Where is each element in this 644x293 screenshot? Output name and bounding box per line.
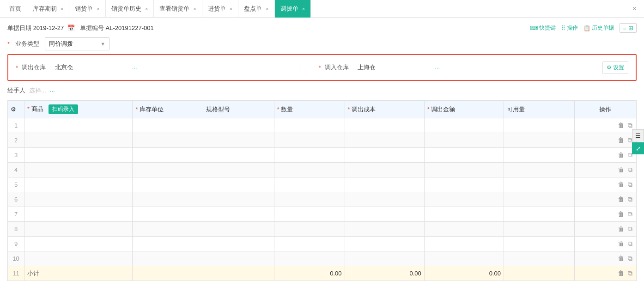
cell-cost[interactable] (345, 222, 424, 237)
tab-inventory-open-close[interactable]: × (61, 6, 63, 12)
cell-cost[interactable] (345, 177, 424, 192)
cell-amount[interactable] (424, 251, 504, 266)
cell-product[interactable] (24, 192, 133, 207)
cell-available[interactable] (504, 222, 574, 237)
cell-unit[interactable] (133, 222, 203, 237)
cell-qty[interactable] (274, 133, 345, 148)
cell-available[interactable] (504, 251, 574, 266)
tab-stocktake-close[interactable]: × (266, 6, 268, 12)
cell-product[interactable] (24, 133, 133, 148)
delete-icon[interactable]: 🗑 (618, 240, 624, 247)
cell-amount[interactable] (424, 163, 504, 177)
cell-qty[interactable] (274, 148, 345, 163)
copy-icon[interactable]: ⧉ (628, 225, 632, 232)
delete-icon[interactable]: 🗑 (618, 122, 624, 129)
cell-available[interactable] (504, 237, 574, 251)
cell-cost[interactable] (345, 237, 424, 251)
cell-cost[interactable] (345, 148, 424, 163)
cell-unit[interactable] (133, 207, 203, 222)
delete-icon[interactable]: 🗑 (618, 151, 624, 159)
cell-spec[interactable] (203, 207, 274, 222)
tab-view-sales[interactable]: 查看销货单 × (154, 0, 202, 18)
cell-cost[interactable] (345, 192, 424, 207)
tab-inventory-open[interactable]: 库存期初 × (27, 0, 69, 18)
cell-product[interactable] (24, 118, 133, 133)
copy-icon[interactable]: ⧉ (628, 166, 632, 173)
tab-stocktake[interactable]: 盘点单 × (238, 0, 274, 18)
copy-icon[interactable]: ⧉ (628, 210, 632, 218)
delete-icon[interactable]: 🗑 (618, 136, 624, 144)
operation-btn[interactable]: ⠿ 操作 (561, 24, 578, 32)
cell-amount[interactable] (424, 207, 504, 222)
handler-input[interactable]: 选择... (29, 86, 46, 95)
tab-sales-order[interactable]: 销货单 × (69, 0, 105, 18)
copy-icon[interactable]: ⧉ (628, 181, 632, 188)
scan-btn[interactable]: 扫码录入 (49, 104, 78, 114)
tab-home[interactable]: 首页 (4, 0, 27, 18)
cell-available[interactable] (504, 133, 574, 148)
delete-icon[interactable]: 🗑 (618, 195, 624, 203)
tab-purchase-order-close[interactable]: × (230, 6, 232, 12)
copy-icon[interactable]: ⧉ (628, 269, 632, 277)
th-gear[interactable]: ⚙ (8, 101, 24, 118)
cell-cost[interactable] (345, 163, 424, 177)
delete-icon[interactable]: 🗑 (618, 255, 624, 262)
cell-spec[interactable] (203, 237, 274, 251)
cell-amount[interactable] (424, 118, 504, 133)
cell-qty[interactable] (274, 222, 345, 237)
tab-view-sales-close[interactable]: × (193, 6, 196, 12)
tab-transfer-close[interactable]: × (302, 6, 305, 12)
tab-sales-order-close[interactable]: × (97, 6, 99, 12)
cell-spec[interactable] (203, 251, 274, 266)
tab-sales-history[interactable]: 销货单历史 × (106, 0, 154, 18)
cell-cost[interactable] (345, 251, 424, 266)
cell-amount[interactable] (424, 148, 504, 163)
cell-qty[interactable] (274, 207, 345, 222)
side-expand-btn[interactable]: ⤢ (632, 142, 644, 154)
cell-unit[interactable] (133, 163, 203, 177)
copy-icon[interactable]: ⧉ (628, 240, 632, 247)
cell-spec[interactable] (203, 148, 274, 163)
cell-qty[interactable] (274, 192, 345, 207)
calendar-icon[interactable]: 📅 (67, 24, 75, 31)
cell-cost[interactable] (345, 118, 424, 133)
cell-qty[interactable] (274, 251, 345, 266)
settings-button[interactable]: ⚙ 设置 (602, 61, 628, 74)
cell-available[interactable] (504, 192, 574, 207)
cell-cost[interactable] (345, 207, 424, 222)
cell-available[interactable] (504, 177, 574, 192)
delete-icon[interactable]: 🗑 (618, 269, 624, 277)
cell-spec[interactable] (203, 118, 274, 133)
cell-qty[interactable] (274, 163, 345, 177)
cell-product[interactable] (24, 163, 133, 177)
cell-spec[interactable] (203, 177, 274, 192)
copy-icon[interactable]: ⧉ (628, 195, 632, 203)
copy-icon[interactable]: ⧉ (628, 122, 632, 129)
cell-spec[interactable] (203, 222, 274, 237)
delete-icon[interactable]: 🗑 (618, 210, 624, 218)
cell-unit[interactable] (133, 118, 203, 133)
cell-unit[interactable] (133, 192, 203, 207)
view-toggle[interactable]: ≡ ⊞ (620, 23, 637, 33)
cell-unit[interactable] (133, 133, 203, 148)
tab-transfer[interactable]: 调拨单 × (275, 0, 311, 18)
close-all-tabs[interactable]: × (629, 5, 640, 13)
cell-available[interactable] (504, 163, 574, 177)
business-type-select[interactable]: 同价调拨 ▼ (45, 37, 109, 50)
cell-product[interactable] (24, 177, 133, 192)
cell-amount[interactable] (424, 222, 504, 237)
history-btn[interactable]: 📋 历史单据 (583, 24, 614, 32)
cell-cost[interactable] (345, 133, 424, 148)
delete-icon[interactable]: 🗑 (618, 166, 624, 173)
cell-amount[interactable] (424, 237, 504, 251)
tab-purchase-order[interactable]: 进货单 × (202, 0, 238, 18)
side-list-btn[interactable]: ☰ (632, 129, 644, 141)
cell-amount[interactable] (424, 192, 504, 207)
cell-unit[interactable] (133, 237, 203, 251)
copy-icon[interactable]: ⧉ (628, 255, 632, 262)
tab-sales-history-close[interactable]: × (145, 6, 148, 12)
cell-amount[interactable] (424, 177, 504, 192)
cell-product[interactable] (24, 222, 133, 237)
cell-unit[interactable] (133, 251, 203, 266)
cell-unit[interactable] (133, 148, 203, 163)
